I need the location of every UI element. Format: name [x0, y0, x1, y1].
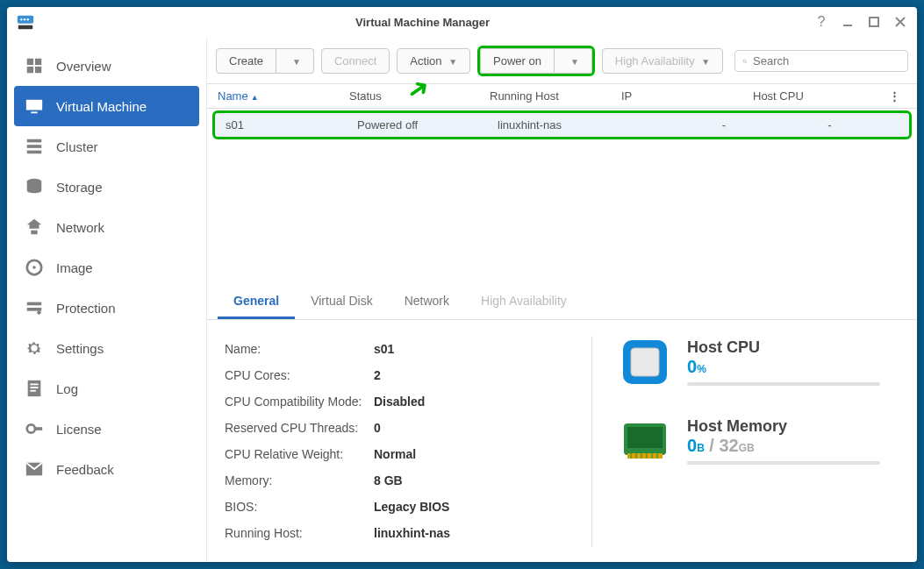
cell-name: s01 [226, 118, 357, 132]
caret-down-icon: ▼ [570, 57, 579, 67]
search-input[interactable] [753, 54, 900, 68]
svg-rect-25 [30, 390, 35, 392]
sidebar-item-label: Cluster [56, 139, 98, 154]
power-button-group: Power on ▼ [477, 46, 595, 76]
minimize-icon[interactable] [840, 14, 856, 30]
prop-cpu-weight: CPU Relative Weight:Normal [225, 441, 565, 467]
col-more-icon[interactable]: ⋮ [889, 89, 906, 103]
svg-point-19 [32, 266, 36, 269]
main-panel: Create ▼ Connect Action ▼ Power on ▼ Hig… [207, 37, 917, 562]
sidebar-item-label: Image [56, 260, 93, 275]
stat-text: Host CPU 0% [687, 338, 880, 386]
sidebar-item-label: License [56, 422, 102, 437]
action-dropdown-button[interactable]: Action ▼ [397, 48, 470, 74]
create-dropdown-button[interactable]: ▼ [276, 48, 314, 74]
sidebar-item-label: Protection [56, 301, 116, 316]
sidebar-item-settings[interactable]: Settings [14, 328, 199, 368]
sidebar-item-virtual-machine[interactable]: Virtual Machine [14, 86, 199, 126]
high-availability-dropdown-button[interactable]: High Availability ▼ [602, 48, 723, 74]
svg-rect-7 [27, 59, 33, 65]
detail-body: Name:s01 CPU Cores:2 CPU Compatibility M… [207, 320, 917, 562]
power-on-button[interactable]: Power on [480, 48, 555, 74]
stat-title: Host CPU [687, 338, 880, 357]
app-icon [16, 12, 35, 32]
svg-rect-27 [34, 427, 42, 430]
sidebar-item-label: Feedback [56, 462, 114, 477]
close-icon[interactable] [892, 14, 908, 30]
svg-point-4 [27, 18, 29, 20]
svg-rect-15 [27, 151, 42, 154]
toolbar: Create ▼ Connect Action ▼ Power on ▼ Hig… [207, 37, 917, 84]
sidebar-item-log[interactable]: Log [14, 368, 199, 409]
svg-point-26 [27, 424, 35, 432]
prop-reserved-threads: Reserved CPU Threads:0 [225, 415, 565, 441]
cell-ip: - [629, 118, 761, 132]
cell-status: Powered off [357, 118, 498, 132]
prop-name: Name:s01 [225, 336, 565, 362]
stat-value: 0B / 32GB [687, 436, 880, 456]
tab-network[interactable]: Network [389, 285, 465, 319]
table-row[interactable]: s01 Powered off linuxhint-nas - - [212, 110, 912, 139]
svg-rect-23 [30, 384, 38, 386]
svg-rect-31 [631, 348, 659, 376]
sidebar-item-license[interactable]: License [14, 409, 199, 449]
prop-cpu-compat: CPU Compatibility Mode:Disabled [225, 388, 565, 415]
stat-text: Host Memory 0B / 32GB [687, 417, 880, 465]
prop-cpu-cores: CPU Cores:2 [225, 362, 565, 388]
stat-bar [687, 461, 880, 465]
window-body: Overview Virtual Machine Cluster Storage… [7, 37, 917, 562]
sidebar-item-label: Storage [56, 180, 103, 195]
sidebar-item-protection[interactable]: Protection [14, 288, 199, 328]
create-button[interactable]: Create [216, 48, 276, 74]
stat-host-cpu: Host CPU 0% [619, 336, 899, 388]
sidebar-item-label: Virtual Machine [56, 99, 147, 114]
stats-panel: Host CPU 0% Host Memory 0B / 32G [619, 336, 899, 546]
sidebar-item-label: Network [56, 220, 104, 235]
titlebar: Virtual Machine Manager ? [7, 7, 917, 37]
create-button-group: Create ▼ [216, 48, 314, 74]
sidebar-item-feedback[interactable]: Feedback [14, 449, 199, 489]
tab-high-availability[interactable]: High Availability [465, 285, 583, 319]
sidebar-item-cluster[interactable]: Cluster [14, 126, 199, 167]
sidebar-item-label: Settings [56, 341, 104, 356]
col-host-cpu[interactable]: Host CPU [753, 89, 889, 103]
window-title: Virtual Machine Manager [42, 16, 803, 29]
svg-point-29 [743, 60, 746, 62]
help-icon[interactable]: ? [813, 14, 829, 30]
property-list: Name:s01 CPU Cores:2 CPU Compatibility M… [225, 336, 565, 546]
cell-host: linuxhint-nas [498, 118, 629, 132]
prop-running-host: Running Host:linuxhint-nas [225, 520, 565, 546]
power-dropdown-button[interactable]: ▼ [555, 48, 592, 74]
detail-panel: General Virtual Disk Network High Availa… [207, 267, 917, 562]
sidebar-item-storage[interactable]: Storage [14, 167, 199, 207]
col-name[interactable]: Name▲ [218, 89, 349, 103]
sidebar-item-label: Overview [56, 59, 111, 74]
col-status[interactable]: Status [349, 89, 490, 103]
col-ip[interactable]: IP [621, 89, 753, 103]
tab-general[interactable]: General [218, 285, 295, 319]
sidebar-item-label: Log [56, 381, 78, 396]
maximize-icon[interactable] [866, 14, 882, 30]
search-icon [742, 55, 748, 68]
svg-rect-13 [27, 139, 42, 143]
stat-host-memory: Host Memory 0B / 32GB [619, 415, 899, 467]
search-field[interactable] [734, 50, 908, 72]
svg-rect-6 [870, 18, 878, 26]
caret-down-icon: ▼ [448, 57, 457, 67]
sidebar-item-network[interactable]: Network [14, 207, 199, 247]
svg-rect-14 [27, 145, 42, 148]
sidebar-item-image[interactable]: Image [14, 247, 199, 288]
stat-bar [687, 382, 880, 386]
prop-memory: Memory:8 GB [225, 467, 565, 494]
memory-icon [619, 415, 671, 467]
tab-virtual-disk[interactable]: Virtual Disk [295, 285, 389, 319]
col-running-host[interactable]: Running Host [490, 89, 621, 103]
svg-rect-5 [843, 25, 852, 26]
svg-rect-10 [35, 67, 41, 73]
svg-rect-9 [27, 67, 33, 73]
svg-point-2 [20, 18, 22, 20]
stat-value: 0% [687, 357, 880, 377]
connect-button[interactable]: Connect [321, 48, 390, 74]
svg-rect-12 [31, 111, 37, 113]
sidebar-item-overview[interactable]: Overview [14, 46, 199, 86]
